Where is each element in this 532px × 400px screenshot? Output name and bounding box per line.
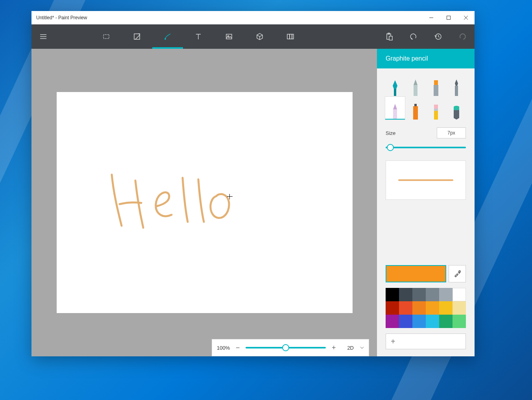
palette-swatch[interactable]	[386, 315, 399, 328]
canvas-zone: 100% − + 2D	[31, 49, 377, 356]
brush-marker[interactable]	[385, 73, 405, 96]
window-title: Untitled* - Paint Preview	[36, 15, 87, 20]
size-label: Size	[386, 130, 395, 136]
palette-swatch[interactable]	[439, 315, 453, 328]
side-panel: Graphite pencil	[377, 49, 475, 356]
eyedropper-icon	[454, 270, 461, 277]
plus-icon: +	[391, 337, 395, 346]
color-section: +	[377, 265, 475, 356]
palette-swatch[interactable]	[412, 301, 426, 315]
svg-rect-25	[414, 85, 417, 96]
palette-swatch[interactable]	[439, 301, 453, 315]
view-mode-dropdown[interactable]: 2D	[342, 345, 364, 351]
zoom-slider[interactable]	[246, 347, 326, 348]
svg-rect-13	[226, 34, 232, 39]
svg-rect-32	[434, 105, 438, 109]
minimize-button[interactable]	[423, 11, 440, 24]
svg-rect-33	[434, 109, 438, 111]
tool-select[interactable]	[91, 24, 122, 49]
palette-swatch[interactable]	[453, 288, 466, 301]
paste-button[interactable]	[377, 24, 401, 49]
brush-calligraphy[interactable]	[447, 73, 466, 96]
close-button[interactable]	[457, 11, 475, 24]
zoom-value: 100%	[217, 345, 230, 351]
tool-text[interactable]	[183, 24, 214, 49]
side-panel-title: Graphite pencil	[386, 55, 428, 62]
app-window: Untitled* - Paint Preview	[31, 11, 475, 356]
svg-line-9	[135, 35, 140, 39]
brush-fill[interactable]	[447, 97, 466, 120]
undo-button[interactable]	[401, 24, 426, 49]
size-value: 7px	[447, 130, 455, 136]
palette-swatch[interactable]	[386, 288, 399, 301]
svg-rect-28	[455, 86, 458, 96]
maximize-button[interactable]	[440, 11, 457, 24]
stroke-preview-line	[398, 179, 453, 181]
brush-pencil[interactable]	[406, 73, 425, 96]
palette-swatch[interactable]	[386, 301, 399, 315]
palette-swatch[interactable]	[426, 315, 439, 328]
titlebar: Untitled* - Paint Preview	[31, 11, 475, 24]
svg-rect-18	[292, 34, 294, 39]
eyedropper-button[interactable]	[449, 265, 466, 282]
side-panel-header: Graphite pencil	[377, 49, 475, 68]
palette-swatch[interactable]	[399, 288, 412, 301]
size-input[interactable]: 7px	[437, 127, 466, 138]
palette-swatch[interactable]	[426, 288, 439, 301]
tool-effects[interactable]	[275, 24, 306, 49]
tool-brush[interactable]	[152, 24, 183, 49]
svg-rect-34	[434, 111, 438, 120]
brush-eraser[interactable]	[426, 97, 446, 120]
palette-swatch[interactable]	[412, 288, 426, 301]
zoom-out-button[interactable]: −	[234, 344, 242, 351]
cursor-crosshair-icon	[227, 194, 233, 199]
history-button[interactable]	[426, 24, 450, 49]
svg-rect-31	[413, 106, 418, 120]
palette-swatch[interactable]	[453, 315, 466, 328]
view-mode-label: 2D	[347, 345, 354, 351]
palette-swatch[interactable]	[453, 301, 466, 315]
palette-swatch[interactable]	[439, 288, 453, 301]
brush-grid	[377, 68, 475, 120]
svg-rect-29	[393, 109, 397, 120]
palette-swatch[interactable]	[399, 315, 412, 328]
svg-rect-17	[290, 34, 292, 39]
svg-rect-8	[134, 34, 140, 39]
size-slider[interactable]	[386, 143, 466, 151]
stroke-preview	[386, 160, 466, 200]
canvas[interactable]	[57, 92, 353, 313]
svg-rect-21	[389, 36, 392, 40]
palette-swatch[interactable]	[412, 315, 426, 328]
brush-graphite[interactable]	[385, 97, 405, 120]
tool-stickers[interactable]	[214, 24, 244, 49]
workarea: 100% − + 2D Graphite pencil	[31, 49, 475, 356]
tool-crop[interactable]	[122, 24, 152, 49]
current-color-swatch[interactable]	[386, 265, 446, 282]
svg-line-24	[438, 37, 440, 37]
menu-button[interactable]	[31, 24, 55, 49]
svg-rect-30	[414, 104, 417, 106]
palette-swatch[interactable]	[426, 301, 439, 315]
size-row: Size 7px	[377, 120, 475, 141]
redo-button[interactable]	[450, 24, 475, 49]
svg-rect-27	[434, 85, 438, 96]
svg-rect-1	[447, 16, 451, 20]
zoom-in-button[interactable]: +	[330, 344, 338, 351]
svg-rect-26	[434, 80, 438, 85]
add-color-button[interactable]: +	[386, 334, 466, 349]
ribbon	[31, 24, 475, 49]
brush-crayon[interactable]	[426, 73, 446, 96]
color-palette	[386, 288, 466, 328]
svg-point-35	[459, 271, 460, 272]
palette-swatch[interactable]	[399, 301, 412, 315]
chevron-down-icon	[360, 346, 364, 350]
svg-rect-7	[103, 35, 109, 39]
brush-spray[interactable]	[406, 97, 425, 120]
tool-3d[interactable]	[244, 24, 275, 49]
svg-rect-16	[287, 34, 290, 39]
svg-point-10	[164, 38, 166, 40]
status-bar: 100% − + 2D	[212, 339, 369, 356]
